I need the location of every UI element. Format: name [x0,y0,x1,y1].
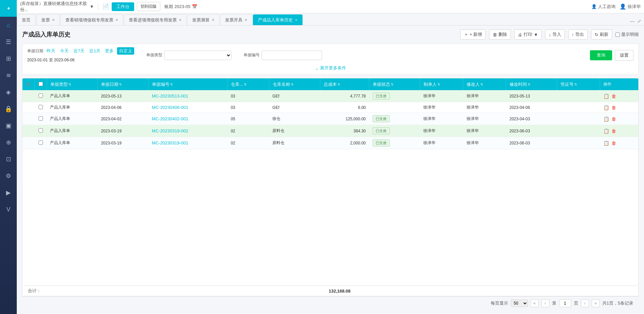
user-menu[interactable]: 👤 徐泽华 [620,3,641,10]
import-button[interactable]: ↓ 导入 [545,29,565,40]
shortcut-yesterday[interactable]: 昨天 [45,47,57,55]
row-checkbox-cell[interactable] [35,90,47,102]
sidebar-item-settings[interactable]: ⚙ [0,168,17,184]
company-selector[interactable]: (库存核算）直播轻燃通信息技术股份... ▼ [20,1,94,13]
row-number-cell[interactable]: MC-20230402-001 [149,113,227,125]
tab-home[interactable]: 首页 [17,14,36,25]
sidebar-item-report[interactable]: ⊞ [0,50,17,67]
next-page-button[interactable]: › [581,299,589,307]
page-size-select[interactable]: 50 100 200 [511,300,528,307]
prev-page-button[interactable]: ‹ [541,299,549,307]
row-checkbox-cell[interactable] [35,113,47,125]
th-status[interactable]: 单据状态 [369,78,420,90]
row-number-link[interactable]: MC-20230513-001 [152,93,188,99]
th-number-sort[interactable]: 单据编号 [152,81,224,87]
th-type[interactable]: 单据类型 [47,78,98,90]
tab-history-close[interactable]: ✕ [295,18,298,22]
delete-button[interactable]: 🗑 删除 [489,29,511,40]
row-number-link[interactable]: MC-20230402-001 [152,116,188,121]
tab-sales-vat[interactable]: 查看销项增值税专用发票 ✕ [60,14,123,25]
th-date-sort[interactable]: 单据日期 [101,81,145,87]
shortcut-custom[interactable]: 自定义 [117,47,134,55]
sidebar-item-doc[interactable]: ☰ [0,34,17,50]
th-status-sort[interactable]: 单据状态 [373,81,417,87]
th-total-cost[interactable]: 总成本 [320,78,369,90]
tab-open[interactable]: 发票开具 ✕ [220,14,252,25]
tab-calc-close[interactable]: ✕ [212,18,214,22]
row-edit-icon[interactable]: 📋 [603,105,609,110]
shortcut-today[interactable]: 今天 [59,47,70,55]
show-detail-checkbox[interactable]: 显示明细 [615,32,639,38]
tab-invoice-close[interactable]: ✕ [52,18,55,22]
page-number-input[interactable] [559,299,571,307]
th-warehouse-code[interactable]: 仓库... [227,78,269,90]
th-creator[interactable]: 制单人 [420,78,463,90]
th-date[interactable]: 单据日期 [98,78,149,90]
tab-invoice[interactable]: 发票 ✕ [36,14,60,25]
sidebar-item-tax[interactable]: ◈ [0,84,17,101]
sidebar-item-tool[interactable]: ⊕ [0,134,17,151]
row-number-cell[interactable]: MC-20230513-001 [149,90,227,102]
th-modifier-sort[interactable]: 修改人 [467,81,502,87]
select-all-checkbox[interactable] [39,82,43,86]
switch-button[interactable]: 切到旧版 [137,2,160,11]
sidebar-item-lock[interactable]: 🔒 [0,101,17,117]
row-checkbox[interactable] [39,105,43,109]
number-filter-input[interactable] [262,51,322,60]
sidebar-item-print[interactable]: ⊡ [0,151,17,168]
th-settings[interactable]: ⚙ [22,78,35,90]
tab-sales-vat-close[interactable]: ✕ [115,18,118,22]
calendar-icon[interactable]: 📅 [192,4,197,9]
row-number-cell[interactable]: MC-20230406-001 [149,102,227,113]
last-page-button[interactable]: » [592,299,600,307]
company-dropdown-icon[interactable]: ▼ [90,4,94,9]
sidebar-item-home[interactable]: ⌂ [0,17,17,34]
row-number-link[interactable]: MC-20230319-002 [152,128,188,133]
settings-button[interactable]: 设置 [615,50,634,61]
print-button[interactable]: 🖨 打印 ▼ [514,29,542,40]
tab-calc[interactable]: 发票测算 ✕ [187,14,219,25]
refresh-button[interactable]: ↻ 刷新 [591,29,612,40]
row-edit-icon[interactable]: 📋 [603,93,609,99]
sidebar-item-v[interactable]: V [0,201,17,218]
th-creator-sort[interactable]: 制单人 [424,81,460,87]
tab-input-vat[interactable]: 查看进项增值税专用发票 ✕ [124,14,186,25]
row-delete-icon[interactable]: 🗑 [611,105,616,110]
row-checkbox[interactable] [39,140,43,145]
th-warehouse-name[interactable]: 仓库名称 [269,78,320,90]
th-warehouse-code-sort[interactable]: 仓库... [231,81,265,87]
sidebar-item-chart[interactable]: ≋ [0,67,17,84]
th-type-sort[interactable]: 单据类型 [50,81,94,87]
th-modify-time[interactable]: 修改时间 [506,78,557,90]
row-number-link[interactable]: MC-20230319-001 [152,140,188,145]
tab-open-close[interactable]: ✕ [245,18,247,22]
th-modify-time-sort[interactable]: 修改时间 [509,81,553,87]
workbench-button[interactable]: 工作台 [112,2,134,11]
shortcut-7days[interactable]: 近7天 [72,47,86,55]
tab-maximize-button[interactable]: ⤢ [637,18,641,24]
row-checkbox[interactable] [39,128,43,133]
row-checkbox-cell[interactable] [35,102,47,113]
th-warehouse-name-sort[interactable]: 仓库名称 [273,81,317,87]
row-checkbox[interactable] [39,116,43,121]
row-edit-icon[interactable]: 📋 [603,140,609,146]
tab-history[interactable]: 产成品入库单历史 ✕ [253,14,303,25]
th-number[interactable]: 单据编号 [149,78,227,90]
new-button[interactable]: ＋ + 新增 [460,29,486,40]
row-edit-icon[interactable]: 📋 [603,116,609,122]
row-edit-icon[interactable]: 📋 [603,128,609,134]
th-voucher-sort[interactable]: 凭证号 [560,81,596,87]
first-page-button[interactable]: « [531,299,539,307]
row-checkbox-cell[interactable] [35,125,47,137]
tab-input-vat-close[interactable]: ✕ [179,18,181,22]
sidebar-item-play[interactable]: ▶ [0,184,17,201]
row-delete-icon[interactable]: 🗑 [611,116,616,122]
row-delete-icon[interactable]: 🗑 [611,140,616,146]
shortcut-more[interactable]: 更多 [104,47,115,55]
export-button[interactable]: ↑ 导出 [568,29,588,40]
support-link[interactable]: 👤 人工咨询 [591,4,615,10]
row-number-link[interactable]: MC-20230406-001 [152,105,188,110]
row-number-cell[interactable]: MC-20230319-001 [149,137,227,149]
query-button[interactable]: 查询 [590,50,612,60]
row-checkbox-cell[interactable] [35,137,47,149]
